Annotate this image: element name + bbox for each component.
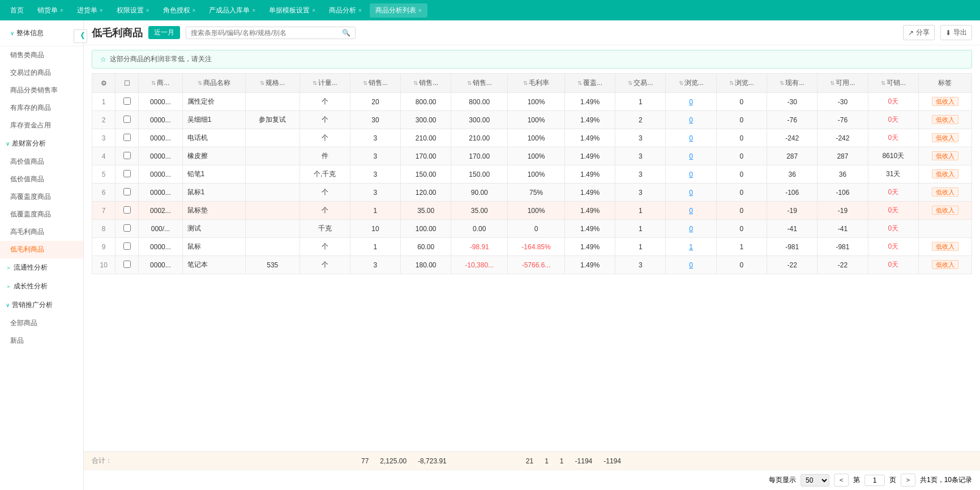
nav-role-auth[interactable]: 角色授权 × — [157, 3, 202, 18]
row-checkbox[interactable] — [115, 147, 139, 165]
row-checkbox[interactable] — [115, 256, 139, 274]
page-size-select[interactable]: 50 100 200 — [801, 474, 829, 487]
sidebar-item-high-margin[interactable]: 高毛利商品 — [0, 223, 83, 241]
col-browse1[interactable]: ⇅浏览... — [666, 74, 716, 93]
nav-product-instock[interactable]: 产成品入库单 × — [203, 3, 261, 18]
col-sales-profit[interactable]: ⇅销售... — [451, 74, 508, 93]
row-sales-amt: 150.00 — [401, 165, 451, 184]
footer-sales-profit: -8,723.91 — [418, 457, 447, 465]
col-sales-amt[interactable]: ⇅销售... — [401, 74, 451, 93]
row-browse1[interactable]: 0 — [666, 202, 716, 220]
sidebar-item-category-sales-rate[interactable]: 商品分类销售率 — [0, 82, 83, 99]
col-checkbox[interactable]: ☐ — [115, 74, 139, 93]
nav-close-template[interactable]: × — [312, 7, 315, 14]
row-browse1[interactable]: 0 — [666, 165, 716, 184]
share-button[interactable]: ↗ 分享 — [903, 25, 935, 40]
content-area: 低毛利商品 近一月 🔍 ↗ 分享 ⬇ 导出 ☆ 这部分商品的利润非常低，请关注 — [84, 20, 980, 490]
sidebar-collapse-btn[interactable]: 《 — [74, 29, 84, 43]
col-tag[interactable]: 标签 — [918, 74, 972, 93]
row-browse1[interactable]: 0 — [666, 111, 716, 129]
sidebar-item-low-coverage[interactable]: 低覆盖度商品 — [0, 206, 83, 223]
row-gross-rate: -5766.6... — [508, 256, 565, 274]
nav-template-settings[interactable]: 单据模板设置 × — [263, 3, 321, 18]
sidebar-item-sales-goods[interactable]: 销售类商品 — [0, 46, 83, 64]
row-tag: 低收入 — [918, 147, 972, 165]
sidebar-item-new-goods[interactable]: 新品 — [0, 332, 83, 350]
nav-close-product-instock[interactable]: × — [252, 7, 255, 14]
sidebar-group-circulation[interactable]: ＞ 流通性分析 — [0, 258, 83, 277]
nav-close-role[interactable]: × — [192, 7, 196, 14]
row-gross-rate: 100% — [508, 129, 565, 147]
row-sales-amt: 35.00 — [401, 202, 451, 220]
row-browse1[interactable]: 0 — [666, 184, 716, 202]
sort-icon-profit: ⇅ — [467, 80, 472, 86]
sidebar-item-low-value[interactable]: 低价值商品 — [0, 171, 83, 188]
row-stock: -981 — [767, 238, 818, 256]
sidebar-item-stocked-goods[interactable]: 有库存的商品 — [0, 99, 83, 117]
table-row: 10 0000... 笔记本 535 个 3 180.00 -10,380...… — [92, 256, 972, 274]
row-checkbox[interactable] — [115, 202, 139, 220]
row-browse1[interactable]: 0 — [666, 256, 716, 274]
col-stock[interactable]: ⇅现有... — [767, 74, 818, 93]
prev-page-btn[interactable]: ＜ — [834, 474, 849, 487]
sidebar-item-inventory-capital[interactable]: 库存资金占用 — [0, 117, 83, 134]
row-checkbox[interactable] — [115, 93, 139, 111]
sidebar-group-growth[interactable]: ＞ 成长性分析 — [0, 277, 83, 296]
search-icon[interactable]: 🔍 — [342, 29, 350, 37]
row-checkbox[interactable] — [115, 165, 139, 184]
col-unit[interactable]: ⇅计量... — [299, 74, 350, 93]
nav-purchase-order[interactable]: 进货单 × — [71, 3, 109, 18]
col-browse2[interactable]: ⇅浏览... — [716, 74, 767, 93]
row-checkbox[interactable] — [115, 220, 139, 238]
col-gross-rate[interactable]: ⇅毛利率 — [508, 74, 565, 93]
row-checkbox[interactable] — [115, 111, 139, 129]
col-spec[interactable]: ⇅规格... — [245, 74, 299, 93]
next-page-btn[interactable]: ＞ — [901, 474, 915, 487]
nav-home[interactable]: 首页 — [5, 3, 29, 18]
row-sales-qty: 30 — [350, 111, 400, 129]
table-header-row: ⚙ ☐ ⇅商... ⇅商品名称 ⇅规格... ⇅计量... ⇅销售... ⇅销售… — [92, 74, 972, 93]
row-sellable: 0天 — [868, 202, 918, 220]
sidebar-item-low-margin[interactable]: 低毛利商品 — [0, 241, 83, 258]
row-browse1[interactable]: 1 — [666, 238, 716, 256]
col-available[interactable]: ⇅可用... — [818, 74, 868, 93]
sidebar-item-high-coverage[interactable]: 高覆盖度商品 — [0, 188, 83, 206]
search-box[interactable]: 🔍 — [186, 27, 356, 39]
nav-permission-settings[interactable]: 权限设置 × — [111, 3, 155, 18]
row-checkbox[interactable] — [115, 238, 139, 256]
nav-product-analysis[interactable]: 商品分析 × — [323, 3, 367, 18]
sidebar-item-high-value[interactable]: 高价值商品 — [0, 153, 83, 171]
row-sellable: 8610天 — [868, 147, 918, 165]
sidebar-group-overall[interactable]: ∨ 整体信息 — [5, 24, 49, 42]
nav-close-analysis[interactable]: × — [358, 7, 362, 14]
row-checkbox[interactable] — [115, 129, 139, 147]
nav-sales-order[interactable]: 销货单 × — [32, 3, 69, 18]
row-browse1[interactable]: 0 — [666, 220, 716, 238]
col-name[interactable]: ⇅商品名称 — [182, 74, 245, 93]
row-checkbox[interactable] — [115, 184, 139, 202]
search-input[interactable] — [191, 29, 340, 37]
page-number-input[interactable] — [865, 475, 885, 486]
col-coverage[interactable]: ⇅覆盖... — [564, 74, 615, 93]
sidebar-item-all-goods[interactable]: 全部商品 — [0, 314, 83, 332]
col-txn[interactable]: ⇅交易... — [615, 74, 666, 93]
col-sellable[interactable]: ⇅可销... — [868, 74, 918, 93]
nav-close-purchase[interactable]: × — [100, 7, 103, 14]
row-browse1[interactable]: 0 — [666, 129, 716, 147]
nav-close-sales[interactable]: × — [60, 7, 63, 14]
col-sales-qty[interactable]: ⇅销售... — [350, 74, 400, 93]
sidebar-group-marketing[interactable]: ∨ 营销推广分析 — [0, 296, 83, 314]
export-button[interactable]: ⬇ 导出 — [940, 25, 972, 40]
row-browse1[interactable]: 0 — [666, 93, 716, 111]
col-settings[interactable]: ⚙ — [92, 74, 115, 93]
table-row: 9 0000... 鼠标 个 1 60.00 -98.91 -164.85% 1… — [92, 238, 972, 256]
nav-product-analysis-list[interactable]: 商品分析列表 × — [370, 3, 427, 18]
nav-close-analysis-list[interactable]: × — [418, 7, 422, 14]
row-browse1[interactable]: 0 — [666, 147, 716, 165]
sidebar-group-financial[interactable]: ∨ 差财富分析 — [0, 134, 83, 153]
sidebar-item-traded-goods[interactable]: 交易过的商品 — [0, 64, 83, 82]
row-stock: -19 — [767, 202, 818, 220]
nav-close-permission[interactable]: × — [146, 7, 149, 14]
col-code[interactable]: ⇅商... — [138, 74, 182, 93]
period-button[interactable]: 近一月 — [148, 26, 180, 39]
